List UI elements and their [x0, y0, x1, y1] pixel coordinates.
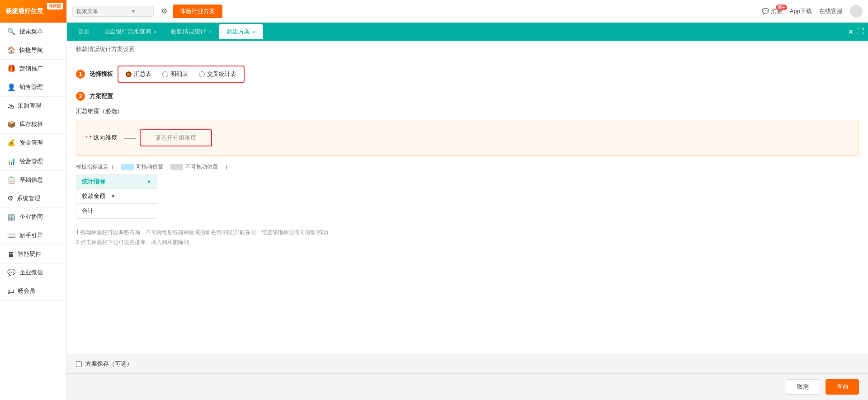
close-window-icon[interactable]: ✕: [848, 28, 854, 36]
expand-icon[interactable]: ⛶: [857, 28, 864, 36]
radio-summary[interactable]: [126, 71, 132, 77]
template-option-detail[interactable]: 明细表: [162, 70, 188, 78]
sidebar-label-corp: 企业协同: [19, 213, 43, 221]
nav-icon: 🏠: [7, 46, 16, 54]
sidebar-item-basic[interactable]: 📋基础信息: [0, 171, 66, 189]
template-option-cross[interactable]: 交叉统计表: [199, 70, 236, 78]
tab-collection_stat[interactable]: 收款情况统计×: [164, 24, 219, 39]
legend-draggable: 可拖动位置: [121, 163, 163, 171]
sidebar-item-system[interactable]: ⚙系统管理: [0, 189, 66, 208]
tab-label-home: 首页: [78, 28, 90, 36]
tab-label-new_plan: 新建方案: [226, 28, 250, 36]
tab-home[interactable]: 首页: [71, 24, 97, 39]
step1-header: 1 选择模板 汇总表 明细表 交叉统计表: [76, 66, 859, 83]
sidebar-item-nav[interactable]: 🏠快捷导航: [0, 41, 66, 60]
step2-number: 2: [76, 92, 85, 101]
inventory-icon: 📦: [7, 120, 16, 128]
sidebar-item-purchase[interactable]: 🛍采购管理: [0, 97, 66, 115]
tip-line-1: 2.点击标题栏下拉可设置排序、插入列和删除列: [76, 238, 859, 248]
radio-cross[interactable]: [199, 71, 205, 77]
finance-icon: 💰: [7, 139, 16, 147]
breadcrumb-text: 收款情况统计方案设置: [76, 46, 135, 52]
radio-detail-label: 明细表: [170, 70, 188, 78]
save-section: 方案保存（可选）: [67, 354, 868, 373]
tab-new_plan[interactable]: 新建方案×: [219, 24, 263, 39]
indicator-row-0: 收款金额 ▼: [76, 188, 157, 203]
legend-fixed: 不可拖动位置: [170, 163, 218, 171]
step2-section: 2 方案配置 汇总维度（必选） * * 纵向维度 —— 请选择分组维度 模板指标…: [76, 92, 859, 247]
topbar: ▼ ⚙ 体验行业方案 💬 消息 99+ App下载 在线客服: [67, 0, 868, 23]
tip-0: 1.拖动标题栏可以调整布局，不可跨维度或指标区域拖动栏目字段(只能在同一维度或指…: [76, 228, 328, 238]
sidebar-item-weixin[interactable]: 💬企业微信: [0, 264, 66, 282]
operation-icon: 📊: [7, 157, 16, 165]
header-dropdown-icon[interactable]: ▼: [146, 179, 151, 184]
sidebar-item-inventory[interactable]: 📦库存核算: [0, 115, 66, 134]
system-icon: ⚙: [7, 194, 13, 202]
template-option-summary[interactable]: 汇总表: [126, 70, 151, 78]
save-label: 方案保存（可选）: [85, 360, 132, 368]
user-avatar[interactable]: [850, 5, 863, 18]
step1-title: 选择模板: [90, 70, 113, 78]
sidebar-item-finance[interactable]: 💰资金管理: [0, 134, 66, 152]
legend-fixed-label: 不可拖动位置: [185, 163, 218, 171]
dim-arrow-icon: ——: [124, 135, 136, 141]
tab-cashflow[interactable]: 现金银行流水查询×: [97, 24, 164, 39]
sidebar-item-hardware[interactable]: 🖥智能硬件: [0, 245, 66, 264]
sidebar-item-guide[interactable]: 📖新手引导: [0, 226, 66, 245]
search-input[interactable]: [76, 8, 131, 14]
sidebar-label-search: 搜索菜单: [19, 28, 43, 36]
sidebar-label-nav: 快捷导航: [19, 46, 43, 54]
footer: 取消 查询: [67, 373, 868, 400]
radio-detail[interactable]: [162, 71, 168, 77]
tip-1: 2.点击标题栏下拉可设置排序、插入列和删除列: [76, 238, 189, 248]
content-area: 1 选择模板 汇总表 明细表 交叉统计表: [67, 58, 868, 354]
sidebar-item-marketing[interactable]: 🎁营销推广: [0, 60, 66, 78]
indicator-row-1-label: 合计: [82, 207, 94, 214]
logo-badge: 标准版: [47, 3, 63, 9]
online-support-link[interactable]: 在线客服: [819, 7, 843, 15]
indicator-legend: 模板指标设定（ 可拖动位置 不可拖动位置 ）: [76, 163, 859, 171]
sidebar-item-sales[interactable]: 👤销售管理: [0, 78, 66, 97]
sidebar-label-operation: 经营管理: [19, 157, 43, 165]
indicator-table-header: 统计指标 ▼: [76, 175, 157, 188]
tab-close-new_plan[interactable]: ×: [253, 29, 255, 34]
step2-header: 2 方案配置: [76, 92, 859, 101]
sidebar-label-inventory: 库存核算: [19, 120, 43, 128]
settings-gear-icon[interactable]: ⚙: [161, 7, 167, 15]
app-download-link[interactable]: App下载: [790, 7, 812, 15]
sidebar-item-member[interactable]: 🏷畅会员: [0, 282, 66, 301]
sidebar-label-hardware: 智能硬件: [18, 250, 41, 258]
sidebar-label-weixin: 企业微信: [19, 268, 43, 277]
corp-icon: 🏢: [7, 213, 16, 221]
basic-icon: 📋: [7, 176, 16, 184]
dimension-label: 汇总维度（必选）: [76, 107, 859, 115]
legend-draggable-label: 可拖动位置: [136, 163, 163, 171]
tabbar: 首页现金银行流水查询×收款情况统计×新建方案× ✕ ⛶: [67, 23, 868, 41]
sidebar-item-corp[interactable]: 🏢企业协同: [0, 208, 66, 226]
indicator-row-0-dropdown[interactable]: ▼: [111, 193, 116, 199]
tab-label-collection_stat: 收款情况统计: [171, 28, 206, 36]
draggable-box: [121, 164, 134, 170]
step1-number: 1: [76, 70, 85, 79]
tab-close-cashflow[interactable]: ×: [154, 29, 156, 34]
sidebar-label-system: 系统管理: [17, 194, 40, 202]
notification-area[interactable]: 💬 消息 99+: [762, 7, 783, 15]
sidebar: 畅捷通好生意 标准版 🔍搜索菜单🏠快捷导航🎁营销推广👤销售管理🛍采购管理📦库存核…: [0, 0, 67, 400]
tab-close-collection_stat[interactable]: ×: [209, 29, 212, 34]
purchase-icon: 🛍: [7, 102, 14, 110]
legend-close: ）: [225, 163, 231, 171]
sidebar-item-operation[interactable]: 📊经营管理: [0, 152, 66, 171]
page-breadcrumb: 收款情况统计方案设置: [67, 41, 868, 58]
search-chevron-icon: ▼: [131, 8, 136, 14]
query-button[interactable]: 查询: [826, 379, 859, 395]
fixed-box: [170, 164, 183, 170]
cancel-button[interactable]: 取消: [786, 379, 820, 395]
logo-text: 畅捷通好生意: [5, 7, 43, 15]
save-checkbox[interactable]: [76, 361, 82, 367]
dim-select-button[interactable]: 请选择分组维度: [140, 129, 212, 146]
industry-solution-button[interactable]: 体验行业方案: [173, 5, 222, 18]
step2-title: 方案配置: [90, 92, 113, 100]
topbar-search-wrap[interactable]: ▼: [72, 6, 154, 17]
indicator-table: 统计指标 ▼ 收款金额 ▼ 合计: [76, 174, 157, 219]
sidebar-item-search[interactable]: 🔍搜索菜单: [0, 23, 66, 41]
